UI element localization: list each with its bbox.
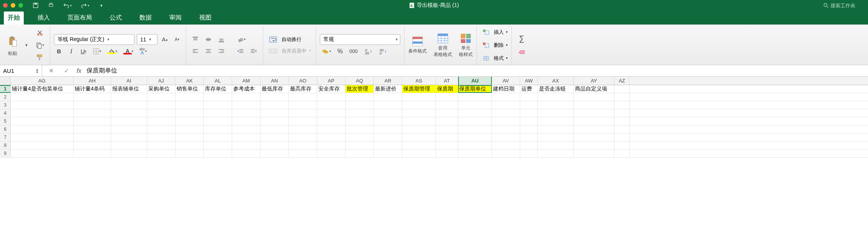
cell-AX2[interactable] [538,93,574,101]
cell-AL5[interactable] [204,117,232,125]
fx-icon[interactable]: fx [77,67,81,74]
cell-AS6[interactable] [402,125,436,133]
cell-AU3[interactable] [458,101,492,109]
print-icon[interactable] [46,0,56,10]
cell-AN7[interactable] [260,133,289,141]
cell-AJ2[interactable] [147,93,175,101]
cell-AM4[interactable] [232,109,260,117]
tab-数据[interactable]: 数据 [136,12,156,25]
cell-AG1[interactable]: 辅计量4是否包装单位 [11,85,74,93]
autosum-icon[interactable]: ∑ [516,34,528,44]
cell-AK2[interactable] [175,93,204,101]
cell-AM5[interactable] [232,117,260,125]
cell-AP2[interactable] [317,93,346,101]
cell-AZ8[interactable] [614,142,630,149]
cell-AL8[interactable] [204,142,232,149]
cell-AV8[interactable] [492,142,520,149]
align-top-icon[interactable] [190,35,201,44]
cell-AK7[interactable] [175,133,204,141]
row-header-2[interactable]: 2 [0,93,11,101]
cell-AT6[interactable] [436,125,458,133]
cell-AX6[interactable] [538,125,574,133]
cell-AJ5[interactable] [147,117,175,125]
cell-AX1[interactable]: 是否走冻链 [538,85,574,93]
increase-indent-icon[interactable] [248,46,259,56]
clear-icon[interactable] [516,47,528,57]
cell-AG3[interactable] [11,101,74,109]
cell-AX4[interactable] [538,109,574,117]
cell-AU6[interactable] [458,125,492,133]
cell-AV4[interactable] [492,109,520,117]
cell-AR8[interactable] [374,142,402,149]
increase-decimal-icon[interactable]: .0.00 [362,46,374,56]
copy-icon[interactable]: ▾ [34,40,46,50]
cell-AH9[interactable] [74,150,111,157]
cell-AP6[interactable] [317,125,346,133]
column-header-AM[interactable]: AM [232,77,260,85]
cell-AU1[interactable]: 保质期单位 [458,85,492,93]
number-format-combo[interactable]: 常规▼ [320,34,400,45]
cell-AT3[interactable] [436,101,458,109]
cell-AY3[interactable] [574,101,614,109]
tab-公式[interactable]: 公式 [106,12,126,25]
align-left-icon[interactable] [190,46,201,56]
cell-AO2[interactable] [289,93,317,101]
cell-AM6[interactable] [232,125,260,133]
cell-AT1[interactable]: 保质期 [436,85,458,93]
cell-AP3[interactable] [317,101,346,109]
column-header-AT[interactable]: AT [436,77,458,85]
cell-AR6[interactable] [374,125,402,133]
cell-AU8[interactable] [458,142,492,149]
cell-AS3[interactable] [402,101,436,109]
cell-AI7[interactable] [111,133,147,141]
align-right-icon[interactable] [216,46,227,56]
cell-AV2[interactable] [492,93,520,101]
cell-AH8[interactable] [74,142,111,149]
minimize-window-button[interactable] [11,3,15,8]
row-header-8[interactable]: 8 [0,142,11,149]
cell-AY4[interactable] [574,109,614,117]
cell-AH1[interactable]: 辅计量4条码 [74,85,111,93]
cell-AK9[interactable] [175,150,204,157]
paste-dropdown[interactable]: ▼ [21,40,31,50]
cell-AQ4[interactable] [346,109,374,117]
cell-AY6[interactable] [574,125,614,133]
cell-AI9[interactable] [111,150,147,157]
font-size-combo[interactable]: 11▼ [137,34,157,45]
font-color-button[interactable]: A▾ [121,46,135,56]
cell-AP1[interactable]: 安全库存 [317,85,346,93]
cell-AI3[interactable] [111,101,147,109]
enter-formula-icon[interactable]: ✓ [61,66,71,76]
cell-AV5[interactable] [492,117,520,125]
cell-AR4[interactable] [374,109,402,117]
cell-AW3[interactable] [520,101,538,109]
cell-AJ6[interactable] [147,125,175,133]
select-all-corner[interactable] [0,77,11,85]
cell-AH2[interactable] [74,93,111,101]
cell-AH5[interactable] [74,117,111,125]
cell-AX7[interactable] [538,133,574,141]
cell-AJ9[interactable] [147,150,175,157]
format-cells-button[interactable] [481,53,491,63]
cell-AR3[interactable] [374,101,402,109]
column-header-AR[interactable]: AR [374,77,402,85]
cell-AM1[interactable]: 参考成本 [232,85,260,93]
cell-AK6[interactable] [175,125,204,133]
cell-AW2[interactable] [520,93,538,101]
undo-icon[interactable]: ▾ [61,0,74,10]
decrease-font-icon[interactable]: A▾ [172,35,182,44]
cell-AO4[interactable] [289,109,317,117]
column-header-AQ[interactable]: AQ [346,77,374,85]
cell-AS7[interactable] [402,133,436,141]
column-header-AH[interactable]: AH [74,77,111,85]
cell-AZ5[interactable] [614,117,630,125]
cell-AK8[interactable] [175,142,204,149]
insert-cells-button[interactable]: + [481,27,491,37]
column-header-AG[interactable]: AG [11,77,74,85]
cell-AO3[interactable] [289,101,317,109]
cell-AZ9[interactable] [614,150,630,157]
cell-AZ3[interactable] [614,101,630,109]
cell-AT8[interactable] [436,142,458,149]
cell-AJ8[interactable] [147,142,175,149]
column-header-AJ[interactable]: AJ [147,77,175,85]
